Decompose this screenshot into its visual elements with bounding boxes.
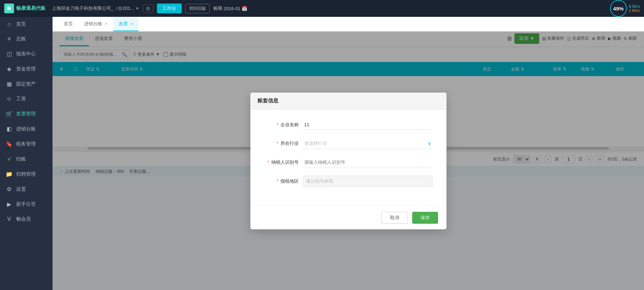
period-value: 2016-01 <box>224 6 241 11</box>
sidebar-label-settings: 设置 <box>16 186 26 193</box>
report-icon: ◫ <box>6 50 13 57</box>
industry-label-text: 所在行业 <box>281 141 299 146</box>
tax-id-label-text: 纳税人识别号 <box>271 160 299 165</box>
tab-purchase[interactable]: 进销台账 × <box>78 17 113 31</box>
calendar-icon[interactable]: 📅 <box>242 6 247 11</box>
form-row-tax-id: * 纳税人识别号 <box>264 157 432 167</box>
tax-region-label: * 报税地区 <box>264 178 303 184</box>
industry-select[interactable]: 请选择行业 ∨ <box>303 138 432 149</box>
salary-icon: ☺ <box>6 96 13 102</box>
tab-home-label: 首页 <box>64 21 73 26</box>
dialog-title: 账套信息 <box>257 97 278 103</box>
settings-icon: ⚙ <box>6 186 13 193</box>
period-display: 账期 2016-01 📅 <box>213 5 248 12</box>
sidebar-item-invoice[interactable]: 🛒 发票管理 <box>0 106 53 121</box>
sidebar-item-report[interactable]: ◫ 报表中心 <box>0 46 53 61</box>
required-star-2: * <box>277 141 278 146</box>
form-row-industry: * 所在行业 请选择行业 ∨ <box>264 138 432 149</box>
sidebar-label-close: 结账 <box>16 156 26 162</box>
workbench-button[interactable]: 工作台 <box>157 4 182 13</box>
guide-icon: ▶ <box>6 201 13 208</box>
home-icon: ⌂ <box>6 21 13 27</box>
tab-invoice-label: 发票 <box>119 21 128 26</box>
speed-info: 8.5K/s 2.6K/s <box>629 4 640 13</box>
required-star: * <box>277 122 278 127</box>
tab-purchase-close-icon[interactable]: × <box>105 21 108 26</box>
sidebar-item-guide[interactable]: ▶ 新手引导 <box>0 197 53 212</box>
tab-purchase-label: 进销台账 <box>84 21 102 26</box>
finance-icon: ◈ <box>6 66 13 72</box>
industry-label: * 所在行业 <box>264 140 303 147</box>
speed-percent: 49% <box>613 6 624 12</box>
sidebar: ⌂ 首页 ≡ 总账 ◫ 报表中心 ◈ 资金管理 ▦ 固定资产 ☺ 工资 🛒 发票… <box>0 17 53 290</box>
sidebar-item-tax[interactable]: 🔖 税务管理 <box>0 136 53 151</box>
form-row-tax-region: * 报税地区 通过税号获取 <box>264 176 432 187</box>
sidebar-item-assets[interactable]: ▦ 固定资产 <box>0 76 53 92</box>
sidebar-label-purchase: 进销台账 <box>16 126 36 132</box>
sidebar-item-home[interactable]: ⌂ 首页 <box>0 17 53 32</box>
assets-icon: ▦ <box>6 81 13 87</box>
sidebar-item-settings[interactable]: ⚙ 设置 <box>0 182 53 197</box>
sidebar-label-tax: 税务管理 <box>16 141 36 147</box>
company-name-input[interactable] <box>303 120 432 130</box>
sidebar-item-ledger[interactable]: ≡ 总账 <box>0 32 53 46</box>
save-button[interactable]: 保存 <box>412 212 438 224</box>
sidebar-label-invoice: 发票管理 <box>16 111 36 117</box>
purchase-icon: ◧ <box>6 126 13 132</box>
close-ledger-icon: ✓ <box>6 156 13 162</box>
sidebar-item-purchase[interactable]: ◧ 进销台账 <box>0 121 53 136</box>
company-name-label-text: 企业名称 <box>281 122 299 127</box>
download-speed: 2.6K/s <box>629 8 640 13</box>
archive-icon: 📁 <box>6 171 13 177</box>
tax-region-field: 通过税号获取 <box>303 176 432 187</box>
tax-id-label: * 纳税人识别号 <box>264 159 303 166</box>
sidebar-label-archive: 归档管理 <box>16 171 36 177</box>
sidebar-label-guide: 新手引导 <box>16 201 36 208</box>
ledger-icon: ≡ <box>6 36 13 42</box>
copy-button[interactable]: 台 <box>143 5 153 13</box>
industry-dropdown-icon: ∨ <box>428 141 431 146</box>
main-layout: ⌂ 首页 ≡ 总账 ◫ 报表中心 ◈ 资金管理 ▦ 固定资产 ☺ 工资 🛒 发票… <box>0 17 644 290</box>
company-name: 上海卯金刀电子科技有限公司_（台201... <box>52 5 134 12</box>
invoice-icon: 🛒 <box>6 110 13 117</box>
tax-region-placeholder: 通过税号获取 <box>306 178 333 184</box>
sidebar-item-archive[interactable]: 📁 归档管理 <box>0 167 53 182</box>
sidebar-item-salary[interactable]: ☺ 工资 <box>0 92 53 106</box>
company-selector[interactable]: 上海卯金刀电子科技有限公司_（台201... ▼ <box>52 5 139 12</box>
vip-icon: V <box>6 216 13 222</box>
sidebar-label-assets: 固定资产 <box>16 81 36 87</box>
switch-old-button[interactable]: 切到旧版 <box>185 4 210 13</box>
sidebar-label-vip: 畅会员 <box>16 216 31 222</box>
tab-invoice[interactable]: 发票 × <box>113 17 139 31</box>
dialog-header: 账套信息 <box>250 93 446 109</box>
main-content: 首页 进销台账 × 发票 × 销项发票 进项发票 <box>53 17 644 290</box>
company-arrow-icon: ▼ <box>136 6 139 11</box>
dialog-overlay: 账套信息 * 企业名称 <box>53 32 644 290</box>
tax-region-label-text: 报税地区 <box>281 178 299 184</box>
account-info-dialog: 账套信息 * 企业名称 <box>250 93 446 229</box>
dialog-body: * 企业名称 * 所在行业 请选择行业 <box>250 109 446 206</box>
sidebar-label-finance: 资金管理 <box>16 66 36 72</box>
sidebar-label-ledger: 总账 <box>16 36 26 42</box>
tab-home[interactable]: 首页 <box>58 17 78 31</box>
tabbar: 首页 进销台账 × 发票 × <box>53 17 644 32</box>
required-star-4: * <box>277 178 278 184</box>
sidebar-label-report: 报表中心 <box>16 51 36 57</box>
required-star-3: * <box>268 160 269 165</box>
topbar: 账 畅康通易代账 上海卯金刀电子科技有限公司_（台201... ▼ 台 工作台 … <box>0 0 644 17</box>
logo: 账 畅康通易代账 <box>4 4 46 13</box>
industry-placeholder: 请选择行业 <box>304 140 327 147</box>
sidebar-item-vip[interactable]: V 畅会员 <box>0 212 53 227</box>
cancel-button[interactable]: 取消 <box>381 212 408 224</box>
sidebar-item-finance[interactable]: ◈ 资金管理 <box>0 61 53 76</box>
upload-speed: 8.5K/s <box>629 4 640 8</box>
form-row-company: * 企业名称 <box>264 120 432 130</box>
speed-badge: 49% <box>610 0 627 17</box>
sidebar-item-close[interactable]: ✓ 结账 <box>0 151 53 167</box>
logo-text: 畅康通易代账 <box>16 5 46 12</box>
dialog-footer: 取消 保存 <box>250 206 446 229</box>
tab-invoice-close-icon[interactable]: × <box>130 21 133 26</box>
content-area: 销项发票 进项发票 费用小票 ⊞ 取票 ▼ <box>53 32 644 290</box>
tax-id-input[interactable] <box>303 157 432 167</box>
company-name-label: * 企业名称 <box>264 122 303 128</box>
